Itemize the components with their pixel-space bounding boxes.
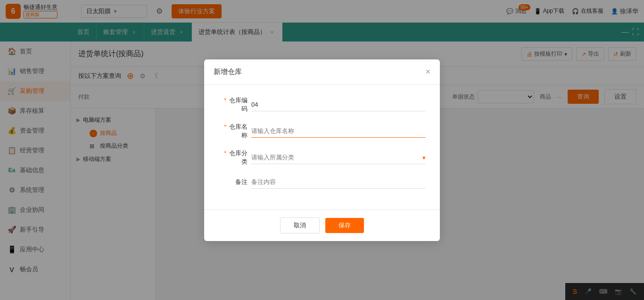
- modal-header: 新增仓库 ×: [204, 59, 440, 85]
- modal-close-icon[interactable]: ×: [425, 67, 430, 77]
- add-warehouse-modal: 新增仓库 × * 仓库编码 * 仓库名称: [204, 59, 440, 241]
- modal-title: 新增仓库: [214, 67, 242, 76]
- form-row-code: * 仓库编码: [218, 96, 426, 113]
- form-row-name: * 仓库名称: [218, 123, 426, 140]
- category-label: * 仓库分类: [218, 149, 251, 166]
- note-label: 备注: [218, 178, 251, 186]
- save-button[interactable]: 保存: [325, 218, 364, 233]
- category-input[interactable]: [251, 151, 426, 164]
- name-label: * 仓库名称: [218, 123, 251, 140]
- name-input[interactable]: [251, 125, 426, 138]
- code-label: * 仓库编码: [218, 96, 251, 113]
- cancel-button[interactable]: 取消: [280, 217, 320, 233]
- note-input[interactable]: [251, 175, 426, 189]
- form-row-category: * 仓库分类 ▾: [218, 149, 426, 166]
- modal-body: * 仓库编码 * 仓库名称 * 仓库分类: [204, 85, 440, 209]
- code-input[interactable]: [251, 98, 426, 111]
- category-select-wrapper: ▾: [251, 151, 426, 164]
- modal-overlay: 新增仓库 × * 仓库编码 * 仓库名称: [0, 0, 644, 300]
- modal-footer: 取消 保存: [204, 209, 440, 241]
- form-row-note: 备注: [218, 175, 426, 189]
